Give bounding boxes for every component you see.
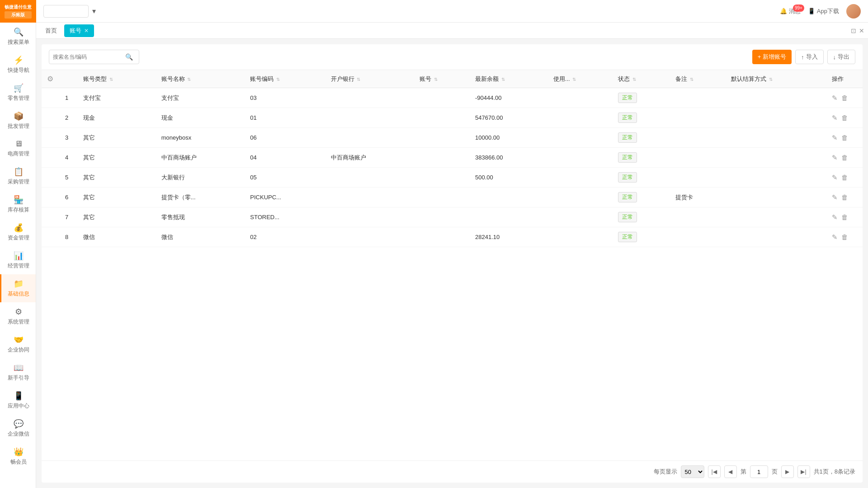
page-of: 页 [772, 468, 778, 476]
cell-default-payment [726, 207, 826, 227]
delete-icon[interactable]: 🗑 [841, 213, 848, 221]
col-default-payment-sort-icon[interactable]: ⇅ [769, 77, 773, 82]
edit-icon[interactable]: ✎ [832, 114, 838, 122]
cell-type: 其它 [78, 188, 156, 207]
col-action: 操作 [826, 70, 863, 88]
search-icon[interactable]: 🔍 [125, 53, 133, 61]
status-badge: 正常 [618, 113, 637, 123]
sidebar-item-inventory-mgmt[interactable]: 🏪 库存核算 [0, 190, 36, 218]
sidebar: 畅捷通付生意 乐账版 🔍 搜索菜单 ⚡ 快捷导航 🛒 零售管理 📦 批发管理 🖥… [0, 0, 36, 488]
sidebar-item-quick-nav[interactable]: ⚡ 快捷导航 [0, 51, 36, 79]
prev-page-button[interactable]: ◀ [724, 465, 737, 478]
edit-icon[interactable]: ✎ [832, 233, 838, 241]
edit-icon[interactable]: ✎ [832, 94, 838, 102]
export-button[interactable]: ↓ 导出 [827, 50, 856, 64]
sidebar-item-finance-mgmt[interactable]: 💰 资金管理 [0, 218, 36, 246]
add-account-button[interactable]: + 新增账号 [752, 50, 792, 64]
col-balance-label: 最新余额 [475, 75, 499, 82]
col-status-sort-icon[interactable]: ⇅ [632, 77, 636, 82]
col-balance-sort-icon[interactable]: ⇅ [501, 77, 505, 82]
sidebar-item-system-mgmt[interactable]: ⚙ 系统管理 [0, 302, 36, 330]
edit-icon[interactable]: ✎ [832, 174, 838, 182]
app-name: 畅捷通付生意 [5, 4, 32, 10]
per-page-label: 每页显示 [654, 468, 677, 476]
sidebar-item-basic-info[interactable]: 📁 基础信息 [0, 274, 36, 302]
page-number-input[interactable] [750, 465, 768, 478]
page-size-select[interactable]: 50 100 200 [681, 465, 704, 478]
cell-settings [42, 227, 60, 247]
table-container: ⚙ 账号类型 ⇅ 账号名称 ⇅ 账号编码 [42, 70, 863, 460]
msg-icon: 🔔 [780, 8, 787, 14]
sidebar-item-business-mgmt[interactable]: 📊 经营管理 [0, 246, 36, 274]
delete-icon[interactable]: 🗑 [841, 94, 848, 102]
dropdown-icon[interactable]: ▾ [92, 7, 96, 15]
guide-icon: 📖 [14, 363, 24, 373]
col-code-sort-icon[interactable]: ⇅ [276, 77, 280, 82]
sidebar-item-ecommerce-mgmt[interactable]: 🖥 电商管理 [0, 135, 36, 162]
status-badge: 正常 [618, 192, 637, 202]
cell-default-payment [726, 188, 826, 207]
edit-icon[interactable]: ✎ [832, 193, 838, 202]
edit-icon[interactable]: ✎ [832, 213, 838, 221]
col-remark-sort-icon[interactable]: ⇅ [690, 77, 693, 82]
sidebar-item-member[interactable]: 👑 畅会员 [0, 442, 36, 470]
last-page-button[interactable]: ▶| [797, 465, 810, 478]
header-search-input[interactable] [43, 5, 89, 18]
cell-remark [670, 148, 726, 168]
sidebar-item-enterprise-wechat[interactable]: 💬 企业微信 [0, 414, 36, 442]
cell-bank [326, 168, 415, 188]
tab-home[interactable]: 首页 [40, 24, 62, 37]
col-type-label: 账号类型 [83, 75, 107, 82]
delete-icon[interactable]: 🗑 [841, 134, 848, 142]
edit-icon[interactable]: ✎ [832, 134, 838, 142]
delete-icon[interactable]: 🗑 [841, 154, 848, 162]
col-action-label: 操作 [832, 75, 844, 82]
cell-balance: 28241.10 [470, 227, 548, 247]
cell-usage [548, 168, 613, 188]
search-input[interactable] [53, 54, 125, 60]
sidebar-item-beginner-guide[interactable]: 📖 新手引导 [0, 358, 36, 386]
cell-action: ✎ 🗑 [826, 148, 863, 168]
delete-icon[interactable]: 🗑 [841, 114, 848, 122]
restore-icon[interactable]: ⊡ [851, 27, 856, 34]
first-page-button[interactable]: |◀ [708, 465, 721, 478]
sidebar-item-wholesale-mgmt[interactable]: 📦 批发管理 [0, 107, 36, 135]
cell-name: 现金 [156, 108, 245, 128]
close-window-icon[interactable]: ✕ [859, 27, 864, 34]
user-avatar[interactable] [846, 4, 861, 19]
cell-balance: -90444.00 [470, 88, 548, 108]
cell-num: 8 [60, 227, 78, 247]
next-page-button[interactable]: ▶ [781, 465, 794, 478]
settings-icon[interactable]: ⚙ [47, 75, 53, 83]
edit-icon[interactable]: ✎ [832, 154, 838, 162]
table-row: 3 其它 moneybosx 06 10000.00 正常 ✎ 🗑 [42, 128, 863, 148]
tab-close-icon[interactable]: ✕ [84, 28, 89, 34]
cell-type: 微信 [78, 227, 156, 247]
total-info: 共1页，8条记录 [814, 468, 855, 476]
app-download-button[interactable]: 📱 App下载 [808, 7, 839, 15]
sidebar-item-enterprise-agreement[interactable]: 🤝 企业协同 [0, 330, 36, 358]
delete-icon[interactable]: 🗑 [841, 174, 848, 182]
sidebar-item-retail-mgmt[interactable]: 🛒 零售管理 [0, 79, 36, 107]
col-type-sort-icon[interactable]: ⇅ [109, 77, 113, 82]
app-center-icon: 📱 [14, 391, 24, 401]
tab-account[interactable]: 账号 ✕ [64, 24, 94, 37]
col-bank-label: 开户银行 [331, 75, 354, 82]
delete-icon[interactable]: 🗑 [841, 193, 848, 202]
col-bank-sort-icon[interactable]: ⇅ [357, 77, 360, 82]
msg-button[interactable]: 🔔 消息 99+ [780, 7, 801, 15]
cell-code: 02 [245, 227, 326, 247]
sidebar-item-label: 企业微信 [8, 430, 29, 438]
sidebar-item-purchase-mgmt[interactable]: 📋 采购管理 [0, 162, 36, 190]
delete-icon[interactable]: 🗑 [841, 233, 848, 241]
col-usage-sort-icon[interactable]: ⇅ [572, 77, 576, 82]
col-account-sort-icon[interactable]: ⇅ [434, 77, 438, 82]
import-icon: ↑ [801, 54, 804, 61]
cell-type: 支付宝 [78, 88, 156, 108]
sidebar-item-app-center[interactable]: 📱 应用中心 [0, 386, 36, 414]
col-name-sort-icon[interactable]: ⇅ [187, 77, 191, 82]
cell-default-payment [726, 128, 826, 148]
sidebar-item-search-menu[interactable]: 🔍 搜索菜单 [0, 23, 36, 51]
cell-action: ✎ 🗑 [826, 227, 863, 247]
import-button[interactable]: ↑ 导入 [795, 50, 824, 64]
